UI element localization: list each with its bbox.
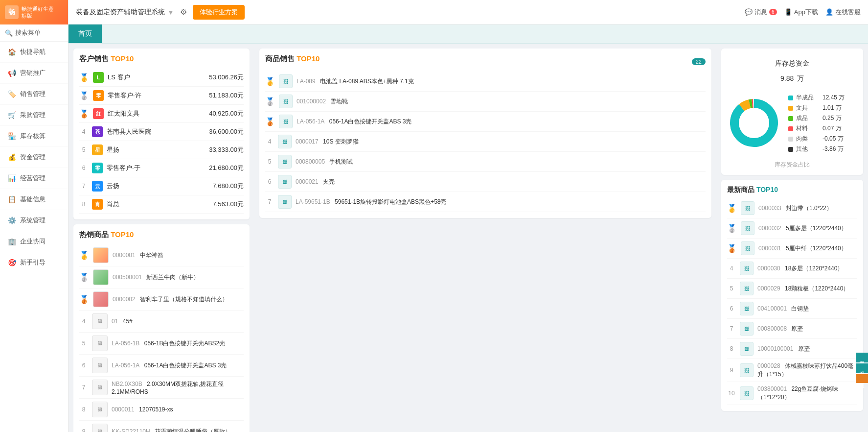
sidebar-item-purchase[interactable]: 🛒采购管理 xyxy=(0,105,68,126)
product-info: 000800005 手机测试 xyxy=(296,158,706,166)
rank-number: 9 xyxy=(79,428,88,432)
legend-dot xyxy=(788,116,793,121)
inventory-card: 库存总资金 9.88 万 xyxy=(721,48,863,175)
sidebar-item-inventory[interactable]: 🏪库存核算 xyxy=(0,126,68,147)
sidebar-item-sales[interactable]: 🏷️销售管理 xyxy=(0,84,68,105)
sidebar-nav: 🏠快捷导航📢营销推广🏷️销售管理🛒采购管理🏪库存核算💰资金管理📊经营管理📋基础信… xyxy=(0,42,68,273)
customer-service-btn[interactable]: 客服热线 xyxy=(856,353,868,362)
product-name: 18多层（1220*2440） xyxy=(785,265,843,272)
product-code: 0000028 xyxy=(757,362,780,369)
legend-value: -0.05 万 xyxy=(822,135,844,143)
sidebar-item-finance[interactable]: 💰资金管理 xyxy=(0,147,68,168)
product-info: 0000029 18颗粒板（1220*2440） xyxy=(757,285,857,293)
product-code: LA-056-1B xyxy=(112,340,139,347)
customer-sales-card: 客户销售 TOP10 🥇 L LS 客户 53,006.26元 🥈 零 零售客户… xyxy=(73,48,250,219)
sidebar-item-basic[interactable]: 📋基础信息 xyxy=(0,189,68,210)
new-products-list: 🥇 🖼 0000033 封边带（1.0*22） 🥈 🖼 0000032 5厘多层… xyxy=(727,198,857,405)
rank-number: 6 xyxy=(265,178,274,185)
product-info: 10000100001 原垄 xyxy=(757,345,857,353)
nav-label-system: 系统管理 xyxy=(20,216,46,225)
list-item: 5 🖼 000800005 手机测试 xyxy=(265,152,706,172)
sidebar-item-operation[interactable]: 📊经营管理 xyxy=(0,168,68,189)
avatar: 零 xyxy=(93,90,104,101)
list-item: 8 🖼 10000100001 原垄 xyxy=(727,339,857,359)
rank-number: 4 xyxy=(79,128,88,135)
product-name: 原垄 xyxy=(798,345,810,352)
medal-gold: 🥇 xyxy=(727,204,737,213)
trial-button[interactable]: 体验行业方案 xyxy=(193,5,245,20)
product-info: 001000002 雪地靴 xyxy=(297,97,706,106)
settings-button[interactable]: ⚙ xyxy=(179,6,188,18)
rank-number: 4 xyxy=(79,318,88,325)
tab-home[interactable]: 首页 xyxy=(69,24,102,43)
product-name: 5厘中纤（1220*2440） xyxy=(786,245,847,252)
product-icon: 🖼 xyxy=(740,282,754,295)
new-products-card: 最新商品 TOP10 🥇 🖼 0000033 封边带（1.0*22） 🥈 🖼 0… xyxy=(721,180,863,411)
service-icon: 👤 xyxy=(825,8,833,16)
product-code: 0000011 xyxy=(112,406,135,413)
product-code: LA-089 xyxy=(297,78,316,85)
product-code: 01 xyxy=(112,318,118,325)
sidebar-item-marketing[interactable]: 📢营销推广 xyxy=(0,63,68,84)
topbar-right: 💬 消息 6 📱 App下载 👤 在线客服 xyxy=(745,8,861,17)
sidebar-item-system[interactable]: ⚙️系统管理 xyxy=(0,210,68,231)
sidebar-item-quick-nav[interactable]: 🏠快捷导航 xyxy=(0,42,68,63)
product-code: 0000029 xyxy=(757,285,780,292)
customer-amount: 40,925.00元 xyxy=(209,109,244,118)
customer-name: 云扬 xyxy=(107,182,208,191)
nav-label-enterprise: 企业协同 xyxy=(20,237,46,246)
product-code: 0000033 xyxy=(758,205,781,212)
service-community-btn[interactable]: 服务社区 xyxy=(856,363,868,373)
nav-label-purchase: 采购管理 xyxy=(20,111,46,120)
product-code: 0000032 xyxy=(758,225,781,232)
rank-number: 7 xyxy=(265,198,274,205)
list-item: 7 🖼 LA-59651-1B 59651-1B旋转投影灯电池盒ABS黑色+58… xyxy=(265,192,706,212)
dropdown-icon[interactable]: ▼ xyxy=(167,8,174,16)
legend-item: 文具 1.01 万 xyxy=(788,104,845,112)
inventory-legend: 半成品 12.45 万 文具 1.01 万 成品 0.25 万 材料 0.07 … xyxy=(788,94,845,153)
product-info: 0000032 5厘多层（1220*2440） xyxy=(758,224,857,233)
svg-point-1 xyxy=(734,103,774,143)
search-menu[interactable]: 🔍 搜索菜单 xyxy=(0,24,68,42)
customer-name: LS 客户 xyxy=(108,73,205,82)
rank-number: 7 xyxy=(727,325,736,332)
nav-label-guide: 新手引导 xyxy=(20,258,46,267)
customer-sales-title: 客户销售 TOP10 xyxy=(79,54,244,64)
product-name: 056-1B白色按键开关壳ABS2壳 xyxy=(144,340,225,347)
nav-icon-enterprise: 🏢 xyxy=(7,237,16,246)
rank-number: 6 xyxy=(79,362,88,369)
list-item: 🥉 🖼 0000031 5厘中纤（1220*2440） xyxy=(727,239,857,259)
customer-sales-panel: 客户销售 TOP10 🥇 L LS 客户 53,006.26元 🥈 零 零售客户… xyxy=(69,44,254,432)
table-row: 🥇 L LS 客户 53,006.26元 xyxy=(79,69,244,87)
avatar: 星 xyxy=(92,144,103,155)
product-info: 004100001 白钢垫 xyxy=(757,305,857,313)
product-icon: 🖼 xyxy=(278,155,292,168)
online-service-btn[interactable]: 👤 在线客服 xyxy=(825,8,861,17)
product-thumbnail xyxy=(93,269,109,285)
medal-bronze: 🥉 xyxy=(79,109,89,119)
product-name: 59651-1B旋转投影灯电池盒ABS黑色+58壳 xyxy=(335,198,446,205)
product-icon: 🖼 xyxy=(740,342,754,356)
product-icon: 🖼 xyxy=(740,386,754,400)
avatar: L xyxy=(93,72,104,83)
sidebar-item-guide[interactable]: 🎯新手引导 xyxy=(0,252,68,273)
customer-name: 零售客户·许 xyxy=(108,91,205,100)
rank-number: 5 xyxy=(727,285,736,292)
live-btn[interactable]: 直播 xyxy=(856,374,868,383)
list-item: 9 🖼 0000028 体械嘉枝味苏打饮品400毫升（1*15） xyxy=(727,359,857,382)
medal-gold: 🥇 xyxy=(265,77,275,86)
product-code: NB2.0X30B xyxy=(112,381,142,387)
product-icon: 🖼 xyxy=(741,201,754,215)
sidebar-item-enterprise[interactable]: 🏢企业协同 xyxy=(0,231,68,252)
medal-silver: 🥈 xyxy=(79,273,89,282)
product-name: 10S 变刺罗猴 xyxy=(323,138,359,145)
product-thumbnail: 🖼 xyxy=(92,402,108,417)
legend-name: 成品 xyxy=(796,114,816,122)
product-code: LA-056-1A xyxy=(297,118,324,125)
message-btn[interactable]: 💬 消息 6 xyxy=(745,8,777,17)
list-item: 7 🖼 000800008 原垄 xyxy=(727,319,857,339)
list-item: 6 🖼 LA-056-1A 056-1A白色按键开关盖ABS 3壳 xyxy=(79,355,244,377)
app-download-btn[interactable]: 📱 App下载 xyxy=(784,8,818,17)
logo-icon: 畅 xyxy=(5,5,19,19)
table-row: 🥈 零 零售客户·许 51,183.00元 xyxy=(79,87,244,105)
